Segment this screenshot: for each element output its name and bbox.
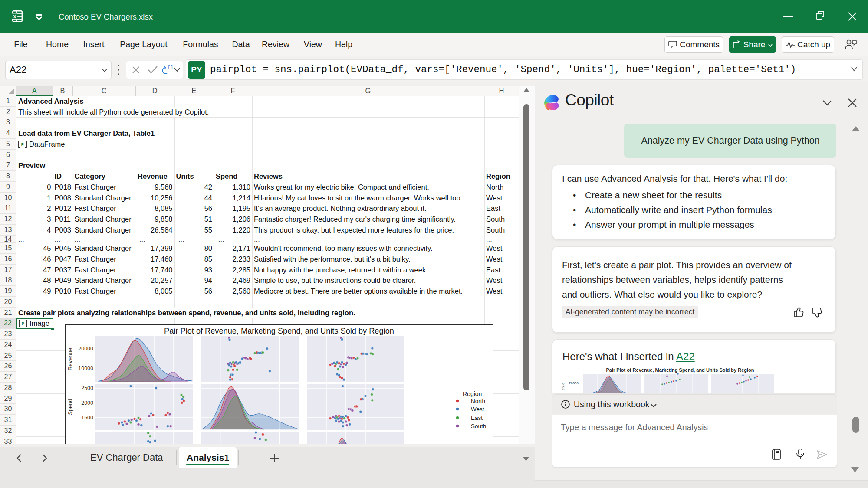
svg-text:Pair Plot of Revenue, Marketin: Pair Plot of Revenue, Marketing Spend, a…	[164, 327, 394, 335]
svg-text:Pair Plot of Revenue, Marketin: Pair Plot of Revenue, Marketing Spend, a…	[606, 367, 754, 373]
svg-text:East: East	[471, 415, 483, 421]
svg-text:South: South	[471, 423, 486, 429]
svg-text:Spend: Spend	[67, 399, 73, 415]
svg-text:enue: enue	[561, 383, 565, 390]
svg-text:x: x	[13, 13, 16, 20]
svg-text:West: West	[471, 406, 484, 413]
svg-text:North: North	[471, 398, 485, 404]
svg-text:[]: []	[168, 65, 173, 70]
svg-text:20000: 20000	[569, 381, 579, 385]
svg-text:1500: 1500	[81, 415, 93, 421]
svg-text:Region: Region	[463, 390, 482, 397]
svg-text:P: P	[22, 321, 25, 326]
svg-text:2000: 2000	[81, 400, 93, 406]
svg-text:Revenue: Revenue	[67, 348, 73, 370]
svg-text:2500: 2500	[81, 385, 93, 391]
svg-text:20000: 20000	[78, 346, 93, 352]
svg-text:10000: 10000	[78, 365, 93, 371]
svg-text:P: P	[21, 141, 24, 146]
